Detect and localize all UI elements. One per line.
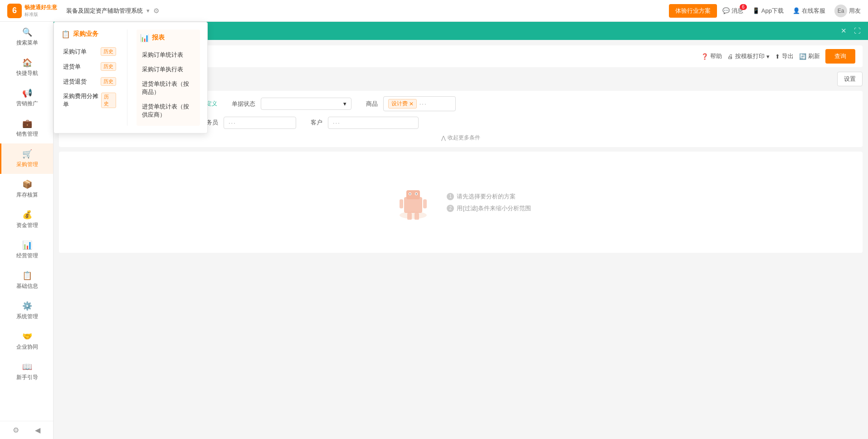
report-col: 📊 报表 采购订单统计表 采购订单执行表 进货单统计表（按商品） 进货单统计表（… bbox=[137, 30, 200, 126]
purchase-expense-history: 历史 bbox=[101, 93, 116, 108]
goods-tag-text: 设计费 bbox=[391, 100, 408, 108]
export-btn[interactable]: ⬆ 导出 bbox=[775, 52, 794, 60]
goods-dots: ··· bbox=[419, 100, 427, 107]
tab-bar-expand-btn[interactable]: ⛶ bbox=[852, 25, 863, 37]
sidebar-label-operation: 经营管理 bbox=[16, 252, 38, 260]
empty-state: 1 请先选择要分析的方案 2 用[过滤]条件来缩小分析范围 bbox=[59, 152, 863, 253]
help-btn[interactable]: ❓ 帮助 bbox=[701, 52, 722, 60]
sidebar-item-sales[interactable]: 💼 销售管理 bbox=[0, 113, 53, 143]
basic-info-icon: 📋 bbox=[22, 271, 32, 281]
purchase-order-history: 历史 bbox=[101, 47, 116, 56]
goods-receipt-stat-goods-item[interactable]: 进货单统计表（按商品） bbox=[140, 77, 197, 99]
doc-status-select[interactable]: ▾ bbox=[261, 98, 351, 110]
sales-icon: 💼 bbox=[22, 118, 32, 128]
purchase-dropdown-menu: 📋 采购业务 采购订单 历史 进货单 历史 进货退货 历史 采购费用分摊单 历史… bbox=[54, 22, 208, 133]
hint-2: 2 用[过滤]条件来缩小分析范围 bbox=[447, 204, 531, 212]
goods-tag: 设计费 ✕ bbox=[388, 99, 417, 109]
home-icon: 🏠 bbox=[22, 58, 32, 68]
system-dropdown-arrow[interactable]: ▾ bbox=[146, 7, 150, 14]
sidebar-item-marketing[interactable]: 📢 营销推广 bbox=[0, 83, 53, 113]
sidebar-label-search: 搜索菜单 bbox=[16, 39, 38, 47]
setting-button[interactable]: 设置 bbox=[837, 72, 863, 86]
user-item[interactable]: Ea 用友 bbox=[834, 5, 861, 17]
empty-illustration bbox=[390, 179, 436, 226]
svg-rect-7 bbox=[400, 199, 403, 208]
sidebar-item-quick-nav[interactable]: 🏠 快捷导航 bbox=[0, 52, 53, 83]
help-icon: ❓ bbox=[701, 53, 708, 60]
goods-tag-close[interactable]: ✕ bbox=[409, 101, 414, 107]
ea-label: Ea bbox=[838, 8, 844, 14]
sidebar-item-finance[interactable]: 💰 资金管理 bbox=[0, 204, 53, 235]
sidebar-label-basic-info: 基础信息 bbox=[16, 282, 38, 290]
report-col-title-text: 报表 bbox=[152, 34, 165, 42]
goods-receipt-stat-supplier-label: 进货单统计表（按供应商） bbox=[142, 103, 195, 119]
sidebar-collapse-btn[interactable]: ◀ bbox=[35, 426, 40, 434]
sidebar-label-sales: 销售管理 bbox=[16, 130, 38, 138]
settings-gear-icon[interactable]: ⚙ bbox=[153, 7, 159, 15]
system-icon: ⚙️ bbox=[22, 301, 32, 311]
sidebar-item-guide[interactable]: 📖 新手引导 bbox=[0, 356, 53, 387]
sidebar-item-basic-info[interactable]: 📋 基础信息 bbox=[0, 265, 53, 296]
purchase-order-stat-item[interactable]: 采购订单统计表 bbox=[140, 48, 197, 62]
report-col-title: 📊 报表 bbox=[140, 33, 197, 42]
user-label: 用友 bbox=[849, 7, 861, 15]
service-icon: 👤 bbox=[793, 7, 800, 14]
goods-receipt-stat-supplier-item[interactable]: 进货单统计表（按供应商） bbox=[140, 99, 197, 122]
goods-input[interactable]: 设计费 ✕ ··· bbox=[383, 96, 456, 111]
collapse-icon: ⋀ bbox=[441, 135, 446, 141]
sidebar: 🔍 搜索菜单 🏠 快捷导航 📢 营销推广 💼 销售管理 🛒 采购管理 📦 库存核… bbox=[0, 22, 54, 439]
sidebar-settings-btn[interactable]: ⚙ bbox=[13, 426, 19, 434]
online-service-label: 在线客服 bbox=[802, 7, 825, 15]
purchase-order-item[interactable]: 采购订单 历史 bbox=[61, 44, 118, 59]
sidebar-item-cooperation[interactable]: 🤝 企业协同 bbox=[0, 326, 53, 356]
query-button[interactable]: 查询 bbox=[825, 49, 855, 64]
doc-status-label: 单据状态 bbox=[232, 100, 255, 108]
collapse-btn[interactable]: ⋀ 收起更多条件 bbox=[66, 134, 855, 142]
marketing-icon: 📢 bbox=[22, 88, 32, 98]
goods-receipt-history: 历史 bbox=[101, 62, 116, 71]
customer-input[interactable]: ··· bbox=[328, 117, 419, 129]
salesperson-dots: ··· bbox=[229, 119, 236, 126]
hint-1: 1 请先选择要分析的方案 bbox=[447, 192, 531, 201]
sidebar-label-guide: 新手引导 bbox=[16, 374, 38, 381]
hint-2-text: 用[过滤]条件来缩小分析范围 bbox=[457, 204, 531, 212]
logo-area: 6 畅捷通好生意 标准版 bbox=[7, 4, 61, 18]
purchase-col-icon: 📋 bbox=[61, 30, 70, 39]
doc-status-arrow: ▾ bbox=[343, 100, 346, 107]
message-item[interactable]: 💬 消息 6 bbox=[722, 7, 743, 15]
tab-bar-right: ✕ ⛶ bbox=[839, 25, 863, 37]
customer-dots: ··· bbox=[333, 119, 341, 126]
goods-label: 商品 bbox=[366, 100, 378, 108]
brand-name: 畅捷通好生意 bbox=[24, 4, 57, 11]
goods-return-history: 历史 bbox=[101, 77, 116, 86]
avatar: Ea bbox=[834, 5, 847, 17]
menu-divider bbox=[127, 30, 127, 126]
message-badge: 6 bbox=[740, 4, 747, 10]
tab-bar-close-btn[interactable]: ✕ bbox=[839, 25, 848, 37]
industry-button[interactable]: 体验行业方案 bbox=[669, 4, 717, 18]
sidebar-item-operation[interactable]: 📊 经营管理 bbox=[0, 235, 53, 265]
empty-svg bbox=[390, 179, 436, 224]
salesperson-input[interactable]: ··· bbox=[224, 117, 296, 129]
refresh-label: 刷新 bbox=[808, 52, 820, 60]
purchase-order-exec-item[interactable]: 采购订单执行表 bbox=[140, 62, 197, 77]
purchase-col-title: 📋 采购业务 bbox=[61, 30, 118, 39]
sidebar-item-search[interactable]: 🔍 搜索菜单 bbox=[0, 22, 53, 52]
purchase-expense-item[interactable]: 采购费用分摊单 历史 bbox=[61, 89, 118, 112]
print-btn[interactable]: 🖨 按模板打印 ▾ bbox=[727, 52, 770, 60]
customer-label: 客户 bbox=[311, 118, 322, 127]
online-service-item[interactable]: 👤 在线客服 bbox=[793, 7, 825, 15]
goods-return-item[interactable]: 进货退货 历史 bbox=[61, 74, 118, 89]
svg-rect-10 bbox=[414, 213, 419, 220]
refresh-btn[interactable]: 🔄 刷新 bbox=[799, 52, 820, 60]
sidebar-item-inventory[interactable]: 📦 库存核算 bbox=[0, 174, 53, 204]
app-download-label: App下载 bbox=[761, 7, 784, 15]
sidebar-item-system[interactable]: ⚙️ 系统管理 bbox=[0, 296, 53, 326]
sidebar-label-purchase: 采购管理 bbox=[16, 161, 38, 168]
app-download-item[interactable]: 📱 App下载 bbox=[752, 7, 784, 15]
sidebar-item-purchase[interactable]: 🛒 采购管理 bbox=[0, 143, 53, 174]
goods-receipt-item[interactable]: 进货单 历史 bbox=[61, 59, 118, 74]
logo-icon: 6 bbox=[7, 4, 22, 18]
top-header: 6 畅捷通好生意 标准版 装备及固定资产辅助管理系统 ▾ ⚙ 体验行业方案 💬 … bbox=[0, 0, 868, 22]
inventory-icon: 📦 bbox=[22, 179, 32, 189]
